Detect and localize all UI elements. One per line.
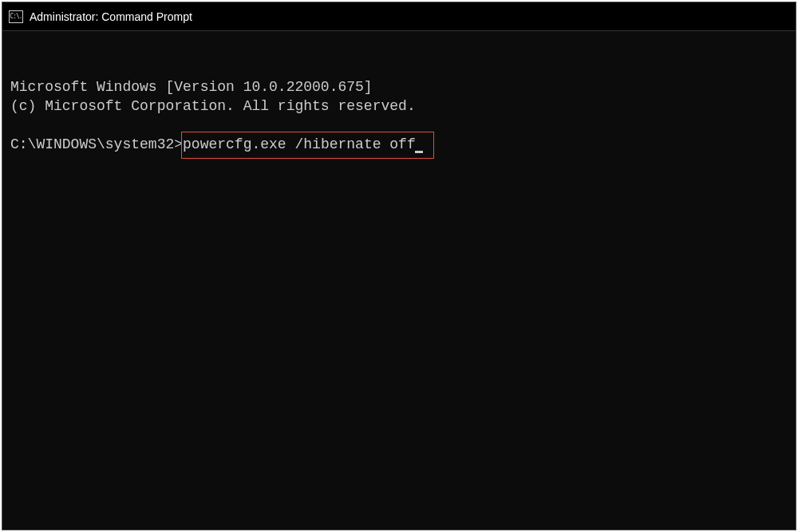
blank-line: [10, 116, 788, 135]
typed-command: powercfg.exe /hibernate off: [183, 136, 416, 152]
cmd-icon: C:\.: [9, 10, 23, 23]
text-cursor: [415, 151, 423, 153]
window-title: Administrator: Command Prompt: [30, 10, 192, 23]
prompt-path: C:\WINDOWS\system32>: [10, 136, 183, 152]
version-text: Microsoft Windows [Version 10.0.22000.67…: [10, 77, 788, 97]
title-bar[interactable]: C:\. Administrator: Command Prompt: [2, 2, 796, 31]
command-highlight-region: powercfg.exe /hibernate off: [183, 135, 423, 154]
command-prompt-window: C:\. Administrator: Command Prompt Micro…: [2, 2, 796, 530]
copyright-text: (c) Microsoft Corporation. All rights re…: [10, 97, 788, 116]
cmd-icon-text: C:\.: [10, 13, 22, 20]
terminal-area[interactable]: Microsoft Windows [Version 10.0.22000.67…: [2, 31, 796, 530]
command-line: C:\WINDOWS\system32>powercfg.exe /hibern…: [10, 135, 788, 154]
